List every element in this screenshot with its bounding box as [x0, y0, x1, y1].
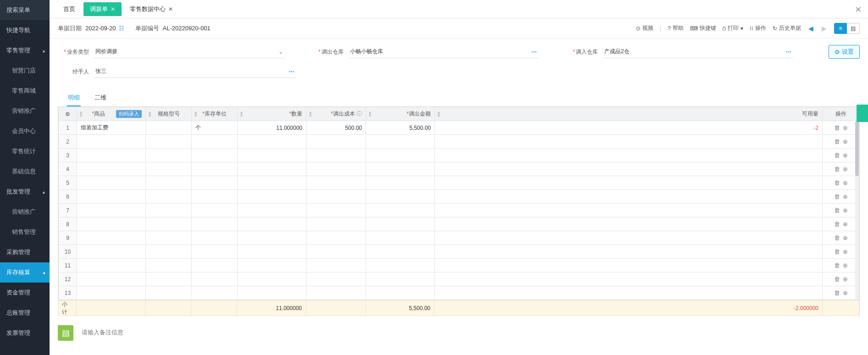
- sidebar-item-smartstore[interactable]: 智慧门店: [0, 61, 50, 81]
- close-all-icon[interactable]: ✕: [855, 5, 862, 15]
- cell-product[interactable]: [77, 149, 146, 162]
- cell-spec[interactable]: [146, 190, 192, 204]
- date-value[interactable]: 2022-09-20: [85, 25, 116, 32]
- cell-out-cost[interactable]: [306, 162, 366, 176]
- cell-available[interactable]: [435, 231, 823, 245]
- sidebar-item-sales[interactable]: 销售管理: [0, 222, 50, 242]
- delete-icon[interactable]: 🗑: [834, 138, 840, 145]
- cell-out-cost[interactable]: [306, 259, 366, 272]
- sidebar-item-fund[interactable]: 资金管理: [0, 283, 50, 303]
- sidebar-item-retailstats[interactable]: 零售统计: [0, 141, 50, 161]
- delete-icon[interactable]: 🗑: [834, 289, 840, 296]
- cell-out-amount[interactable]: [366, 149, 435, 162]
- cell-out-amount[interactable]: [366, 176, 435, 190]
- more-icon[interactable]: ⋯: [289, 68, 295, 75]
- table-scrollbar[interactable]: [855, 121, 859, 300]
- add-row-icon[interactable]: ⊕: [843, 289, 848, 296]
- cell-unit[interactable]: [192, 204, 238, 217]
- next-page-arrow[interactable]: ▶: [821, 25, 828, 32]
- sidebar-item-purchase[interactable]: 采购管理: [0, 242, 50, 262]
- sidebar-item-baseinfo[interactable]: 基础信息: [0, 161, 50, 182]
- delete-icon[interactable]: 🗑: [834, 248, 840, 255]
- delete-icon[interactable]: 🗑: [834, 152, 840, 159]
- cell-out-cost[interactable]: 500.00: [306, 121, 366, 135]
- cell-qty[interactable]: [238, 149, 306, 162]
- cell-product[interactable]: [77, 245, 146, 259]
- add-row-icon[interactable]: ⊕: [843, 166, 848, 172]
- cell-qty[interactable]: [238, 286, 306, 300]
- cell-product[interactable]: [77, 286, 146, 300]
- cell-unit[interactable]: [192, 162, 238, 176]
- add-row-icon[interactable]: ⊕: [843, 138, 848, 145]
- cell-unit[interactable]: [192, 245, 238, 259]
- cell-available[interactable]: [435, 272, 823, 286]
- sort-icon[interactable]: ▲▼: [79, 111, 83, 117]
- cell-qty[interactable]: [238, 204, 306, 217]
- tab-home[interactable]: 首页: [57, 2, 82, 16]
- cell-available[interactable]: [435, 217, 823, 231]
- table-row[interactable]: 10🗑⊕: [59, 245, 859, 259]
- cell-qty[interactable]: [238, 162, 306, 176]
- cell-out-amount[interactable]: [366, 259, 435, 272]
- cell-out-cost[interactable]: [306, 272, 366, 286]
- prev-page-arrow[interactable]: ◀: [807, 25, 814, 32]
- cell-product[interactable]: [77, 259, 146, 272]
- add-row-icon[interactable]: ⊕: [843, 234, 848, 241]
- cell-out-cost[interactable]: [306, 231, 366, 245]
- subtab-2d[interactable]: 二维: [94, 90, 107, 106]
- add-row-icon[interactable]: ⊕: [843, 207, 848, 214]
- cell-available[interactable]: [435, 245, 823, 259]
- sidebar-item-inventory[interactable]: 库存核算◂: [0, 262, 50, 283]
- cell-spec[interactable]: [146, 204, 192, 217]
- cell-unit[interactable]: [192, 190, 238, 204]
- cell-out-amount[interactable]: [366, 190, 435, 204]
- cell-spec[interactable]: [146, 149, 192, 162]
- view-list-button[interactable]: ≡: [834, 23, 847, 34]
- tool-history[interactable]: ↻历史单据: [773, 24, 801, 32]
- cell-qty[interactable]: [238, 245, 306, 259]
- cell-spec[interactable]: [146, 162, 192, 176]
- scan-input-button[interactable]: 扫码录入: [116, 110, 142, 118]
- calendar-icon[interactable]: ☷: [119, 25, 124, 32]
- cell-qty[interactable]: [238, 231, 306, 245]
- out-wh-select[interactable]: 小畅小畅仓库⋯: [348, 45, 540, 58]
- col-qty[interactable]: ▲▼*数量: [238, 107, 306, 121]
- tool-video[interactable]: ⊙视频: [636, 24, 653, 32]
- close-icon[interactable]: ✕: [168, 6, 173, 12]
- delete-icon[interactable]: 🗑: [834, 124, 840, 131]
- cell-out-cost[interactable]: [306, 190, 366, 204]
- cell-out-amount[interactable]: [366, 217, 435, 231]
- remark-input[interactable]: [82, 325, 860, 336]
- cell-out-cost[interactable]: [306, 217, 366, 231]
- handler-select[interactable]: 张三⋯: [94, 65, 296, 78]
- col-out-amount[interactable]: ▲▼*调出金额: [366, 107, 435, 121]
- table-row[interactable]: 8🗑⊕: [59, 217, 859, 231]
- more-icon[interactable]: ⋯: [786, 49, 792, 55]
- cell-product[interactable]: [77, 162, 146, 176]
- cell-spec[interactable]: [146, 121, 192, 135]
- col-product[interactable]: ▲▼*商品扫码录入: [77, 107, 146, 121]
- add-row-icon[interactable]: ⊕: [843, 262, 848, 269]
- tool-shortcut[interactable]: ⌨快捷键: [690, 24, 716, 32]
- cell-spec[interactable]: [146, 176, 192, 190]
- cell-unit[interactable]: [192, 176, 238, 190]
- cell-unit[interactable]: 个: [192, 121, 238, 135]
- sidebar-item-wholesale[interactable]: 批发管理▴: [0, 182, 50, 202]
- add-row-icon[interactable]: ⊕: [843, 179, 848, 186]
- sort-icon[interactable]: ▲▼: [148, 111, 152, 117]
- col-spec[interactable]: ▲▼规格型号: [146, 107, 192, 121]
- cell-out-cost[interactable]: [306, 245, 366, 259]
- table-row[interactable]: 9🗑⊕: [59, 231, 859, 245]
- cell-spec[interactable]: [146, 286, 192, 300]
- sidebar-item-invoice[interactable]: 发票管理: [0, 323, 50, 343]
- cell-out-cost[interactable]: [306, 149, 366, 162]
- table-row[interactable]: 6🗑⊕: [59, 190, 859, 204]
- cell-available[interactable]: [435, 259, 823, 272]
- sidebar-item-quicknav[interactable]: 快捷导航: [0, 20, 50, 40]
- cell-spec[interactable]: [146, 245, 192, 259]
- sidebar-item-marketing2[interactable]: 营销推广: [0, 202, 50, 222]
- subtab-detail[interactable]: 明细: [67, 90, 81, 106]
- sort-icon[interactable]: ▲▼: [194, 111, 198, 117]
- table-row[interactable]: 1组装加工费个11.000000500.005,500.00-2🗑⊕: [59, 121, 859, 135]
- cell-available[interactable]: [435, 162, 823, 176]
